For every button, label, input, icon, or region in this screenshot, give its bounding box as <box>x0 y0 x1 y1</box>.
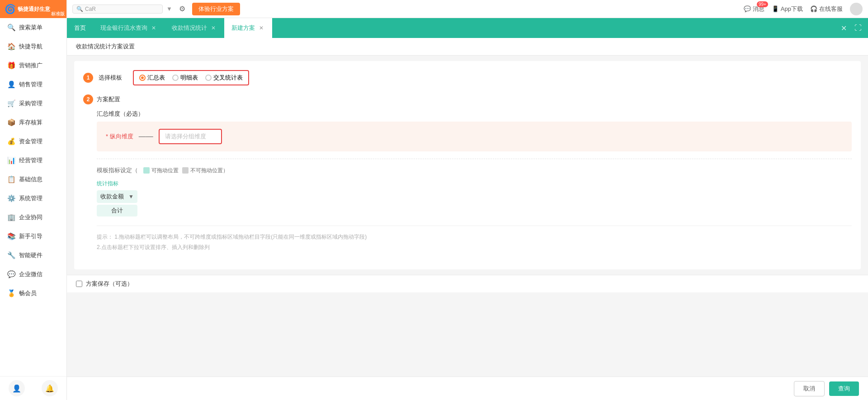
main-area: 🔍 CaR ▼ ⚙ 体验行业方案 💬 消息 99+ 📱 App下载 🎧 在线客服 <box>67 0 868 400</box>
tab-cash-flow-label: 现金银行流水查询 <box>100 24 147 32</box>
dimension-row: * 纵向维度 —— 请选择分组维度 <box>106 129 843 144</box>
save-bar: 方案保存（可选） <box>67 275 868 292</box>
notification-count: 99+ <box>757 1 768 7</box>
sidebar-item-finance[interactable]: 💰 资金管理 <box>0 132 66 151</box>
sidebar-item-hardware[interactable]: 🔧 智能硬件 <box>0 246 66 265</box>
sidebar-item-collab[interactable]: 🏢 企业协同 <box>0 208 66 227</box>
sidebar-item-label: 新手引导 <box>19 232 42 240</box>
tab-close-btn[interactable]: ✕ <box>837 22 850 34</box>
metrics-header: 模板指标设定（ 可拖动位置 不可拖动位置） <box>97 166 852 174</box>
sidebar-item-guide[interactable]: 📚 新手引导 <box>0 227 66 246</box>
sidebar-item-label: 销售管理 <box>19 80 42 89</box>
save-checkbox[interactable] <box>76 281 82 287</box>
sidebar-item-inventory[interactable]: 📦 库存核算 <box>0 113 66 132</box>
radio-cross-label: 交叉统计表 <box>213 74 243 82</box>
step2-header: 2 方案配置 <box>83 94 852 104</box>
headset-icon: 🎧 <box>810 5 817 12</box>
sidebar-item-label: 库存核算 <box>19 118 42 127</box>
step2-label: 方案配置 <box>97 95 120 104</box>
stats-subtag-text: 合计 <box>111 207 123 215</box>
service-button[interactable]: 🎧 在线客服 <box>810 5 843 13</box>
sidebar-item-label: 营销推广 <box>19 61 42 70</box>
chart-icon: 📊 <box>7 156 15 165</box>
sidebar-item-purchase[interactable]: 🛒 采购管理 <box>0 94 66 113</box>
tip2-text: 2.点击标题栏下拉可设置排序、插入列和删除列 <box>97 244 852 251</box>
sidebar-item-wechat[interactable]: 💬 企业微信 <box>0 265 66 284</box>
stats-subtag-total[interactable]: 合计 <box>97 205 137 216</box>
sidebar-item-marketing[interactable]: 🎁 营销推广 <box>0 56 66 75</box>
wechat-icon: 💬 <box>7 270 15 278</box>
stats-tag-text: 收款金额 <box>100 193 127 201</box>
sales-icon: 👤 <box>7 80 15 89</box>
tab-cash-flow[interactable]: 现金银行流水查询 ✕ <box>93 18 165 38</box>
sidebar-item-system[interactable]: ⚙️ 系统管理 <box>0 189 66 208</box>
sidebar-bottom-btn1[interactable]: 👤 <box>9 380 25 396</box>
radio-summary[interactable]: 汇总表 <box>139 74 165 82</box>
page-title: 收款情况统计方案设置 <box>76 43 135 50</box>
drag-label: 可拖动位置 <box>151 167 179 174</box>
home-icon: 🏠 <box>7 42 15 51</box>
tab-home[interactable]: 首页 <box>67 18 93 38</box>
query-button[interactable]: 查询 <box>829 381 859 396</box>
sidebar-bottom-btn2[interactable]: 🔔 <box>42 380 58 396</box>
chevron-down-icon[interactable]: ▼ <box>166 5 172 12</box>
stats-tag-revenue[interactable]: 收款金额 ▼ <box>97 190 137 203</box>
sidebar-item-label: 企业协同 <box>19 213 42 221</box>
header-search-box[interactable]: 🔍 CaR <box>72 5 163 14</box>
avatar[interactable] <box>850 3 863 15</box>
download-button[interactable]: 📱 App下载 <box>772 5 803 13</box>
step1-label: 选择模板 <box>99 74 122 82</box>
tab-expand-btn[interactable]: ⛶ <box>852 22 864 34</box>
dimension-placeholder: 请选择分组维度 <box>165 133 206 140</box>
non-draggable-legend: 不可拖动位置） <box>182 167 228 174</box>
tab-collection-stats[interactable]: 收款情况统计 ✕ <box>165 18 224 38</box>
tab-new-plan[interactable]: 新建方案 ✕ <box>224 18 272 38</box>
summary-dimension-container: 汇总维度（必选） * 纵向维度 —— 请选择分组维度 <box>83 110 852 251</box>
sidebar-item-operations[interactable]: 📊 经营管理 <box>0 151 66 170</box>
radio-cross[interactable]: 交叉统计表 <box>205 74 243 82</box>
trial-button[interactable]: 体验行业方案 <box>192 3 240 15</box>
metrics-section: 模板指标设定（ 可拖动位置 不可拖动位置） <box>97 159 852 216</box>
version-badge: 标准版 <box>51 11 65 17</box>
book-icon: 📚 <box>7 232 15 240</box>
sidebar-item-label: 畅会员 <box>19 289 37 297</box>
sidebar-item-quick-nav[interactable]: 🏠 快捷导航 <box>0 37 66 56</box>
tab-collection-stats-close[interactable]: ✕ <box>210 24 217 32</box>
sidebar-item-search-menu[interactable]: 🔍 搜索菜单 <box>0 18 66 37</box>
dropdown-arrow-icon: ▼ <box>128 193 134 200</box>
tips-label: 提示： 1.拖动标题栏可以调整布局，不可跨维度或指标区域拖动栏目字段(只能在同一… <box>97 233 852 241</box>
tab-cash-flow-close[interactable]: ✕ <box>150 24 157 32</box>
sidebar-item-label: 企业微信 <box>19 270 42 278</box>
tab-new-plan-close[interactable]: ✕ <box>258 24 265 32</box>
save-label: 方案保存（可选） <box>86 280 133 288</box>
radio-detail-label: 明细表 <box>180 74 198 82</box>
radio-summary-circle <box>139 75 146 81</box>
service-label: 在线客服 <box>819 5 843 13</box>
dimension-select[interactable]: 请选择分组维度 <box>159 129 222 144</box>
search-placeholder: CaR <box>85 6 96 12</box>
gear-icon: ⚙️ <box>7 194 15 202</box>
sidebar-item-basic-info[interactable]: 📋 基础信息 <box>0 170 66 189</box>
step2-number: 2 <box>83 94 93 104</box>
footer-bar: 取消 查询 <box>67 376 868 400</box>
notification-button[interactable]: 💬 消息 99+ <box>744 5 764 13</box>
sidebar-item-member[interactable]: 🏅 畅会员 <box>0 284 66 303</box>
gift-icon: 🎁 <box>7 61 15 70</box>
radio-detail[interactable]: 明细表 <box>172 74 198 82</box>
vertical-dimension-label: * 纵向维度 <box>106 132 133 141</box>
sidebar-item-label: 经营管理 <box>19 156 42 165</box>
tab-new-plan-label: 新建方案 <box>231 24 255 32</box>
doc-icon: 📋 <box>7 175 15 184</box>
app-logo: 🌀 畅捷通好生意 标准版 <box>0 0 66 18</box>
tip1-text: 1.拖动标题栏可以调整布局，不可跨维度或指标区域拖动栏目字段(只能在同一维度或指… <box>114 234 367 240</box>
cancel-button[interactable]: 取消 <box>794 381 825 396</box>
hardware-icon: 🔧 <box>7 251 15 259</box>
tab-collection-stats-label: 收款情况统计 <box>172 24 207 32</box>
sidebar-item-sales[interactable]: 👤 销售管理 <box>0 75 66 94</box>
tab-home-label: 首页 <box>74 24 86 32</box>
box-icon: 📦 <box>7 118 15 127</box>
settings-button[interactable]: ⚙ <box>176 3 189 15</box>
sidebar-item-label: 智能硬件 <box>19 251 42 259</box>
sidebar-item-label: 搜索菜单 <box>19 24 42 32</box>
sidebar-item-label: 系统管理 <box>19 194 42 202</box>
